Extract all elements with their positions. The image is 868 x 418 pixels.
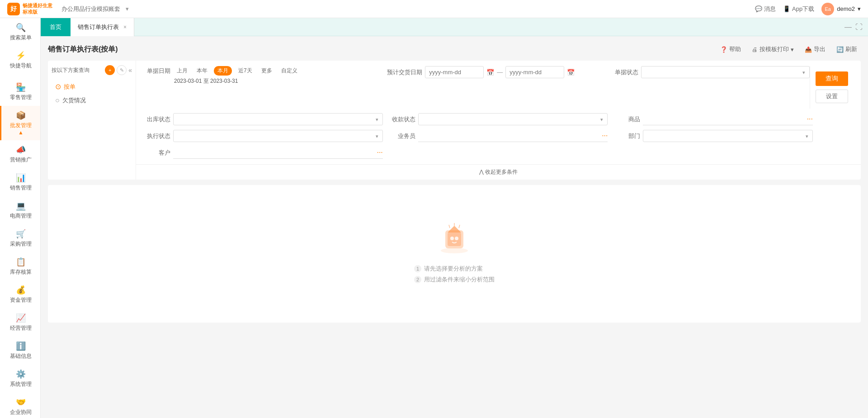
tab-close-icon[interactable]: × [123,24,127,30]
delivery-status-select[interactable] [173,113,383,125]
sidebar-item-ecommerce[interactable]: 💻 电商管理 [0,196,40,224]
expected-date-start[interactable] [425,66,484,78]
tab-sales-order[interactable]: 销售订单执行表 × [71,18,134,36]
wholesale-arrow: ▲ [18,129,24,136]
date-btn-thisyear[interactable]: 本年 [194,66,210,76]
svg-line-7 [459,225,460,228]
product-dots-icon[interactable]: ··· [807,115,813,123]
expected-date-field: 预计交货日期 📅 — 📅 [382,66,605,78]
calendar-end-icon[interactable]: 📅 [567,69,575,76]
add-scheme-button[interactable]: + [105,65,115,75]
filter-wrap: 按以下方案查询 + ✎ « ⊙ 按单 ○ 欠货情况 [48,61,861,180]
department-select[interactable] [643,130,813,142]
delivery-status-select-wrap [173,113,383,125]
username-label: demo2 [837,5,855,12]
exec-status-select-wrap [173,130,383,142]
filter-row-2: 出库状态 收款状态 [143,113,854,125]
left-panel-icons: + ✎ « [105,65,132,75]
customer-dots-icon[interactable]: ··· [377,148,382,157]
tip-num-1: 1 [414,265,421,272]
filter-main: 单据日期 上月 本年 本月 近7天 更多 自定义 2023-03-01 至 20 [136,61,861,162]
product-input-wrap: ··· [643,113,813,125]
sidebar-item-marketing[interactable]: 📣 营销推广 [0,140,40,168]
print-button[interactable]: 🖨 按模板打印 ▾ [748,43,797,55]
tab-minimize-icon[interactable]: — [844,23,852,31]
department-field: 部门 [608,130,813,142]
scheme-item-order[interactable]: ⊙ 按单 [52,80,132,94]
finance-icon: 💰 [16,285,26,295]
doc-status-select[interactable] [641,66,810,78]
settings-button[interactable]: 设置 [816,90,848,103]
tab-expand-icon[interactable]: ⛶ [855,23,863,31]
sales-icon: 📊 [16,173,26,183]
date-range-text: 2023-03-01 至 2023-03-31 [174,77,238,85]
sidebar: 🔍 搜索菜单 ⚡ 快捷导航 🏪 零售管理 📦 批发管理 ▲ 📣 营销推广 📊 销… [0,18,41,418]
marketing-icon: 📣 [16,145,26,155]
date-quick-row: 单据日期 上月 本年 本月 近7天 更多 自定义 [143,66,382,76]
sidebar-item-system[interactable]: ⚙️ 系统管理 [0,365,40,393]
msg-button[interactable]: 💬 消息 [755,5,776,13]
collapse-conditions-btn[interactable]: ⋀ 收起更多条件 [136,164,861,180]
exec-status-field: 执行状态 [143,130,383,142]
collapse-panel-icon[interactable]: « [128,66,132,74]
receipt-status-select[interactable] [418,113,608,125]
empty-tip-1: 1 请先选择要分析的方案 [414,265,495,273]
print-icon: 🖨 [752,46,758,53]
tab-bar: 首页 销售订单执行表 × — ⛶ [41,18,868,36]
sidebar-item-sales[interactable]: 📊 销售管理 [0,168,40,196]
wholesale-icon: 📦 [16,110,26,120]
sidebar-item-quicknav[interactable]: ⚡ 快捷导航 [0,46,40,74]
department-select-wrap [643,130,813,142]
sidebar-item-basic-info[interactable]: ℹ️ 基础信息 [0,337,40,365]
sidebar-item-wholesale[interactable]: 📦 批发管理 ▲ [0,106,40,140]
sidebar-item-purchase[interactable]: 🛒 采购管理 [0,224,40,252]
tab-home[interactable]: 首页 [41,18,71,36]
sidebar-item-retail[interactable]: 🏪 零售管理 [0,78,40,106]
refresh-button[interactable]: 🔄 刷新 [833,43,861,55]
date-btn-lastmonth[interactable]: 上月 [174,66,190,76]
page-actions: ❓ 帮助 🖨 按模板打印 ▾ 📤 导出 🔄 刷新 [717,43,861,55]
search-button[interactable]: 查询 [816,71,848,86]
search-action-col: 查询 设置 [810,66,854,109]
empty-tips: 1 请先选择要分析的方案 2 用过滤条件来缩小分析范围 [414,265,495,286]
export-button[interactable]: 📤 导出 [801,43,829,55]
avatar: Ea [821,3,834,15]
receipt-status-select-wrap [418,113,608,125]
user-menu[interactable]: Ea demo2 ▾ [821,3,861,15]
page-title-bar: 销售订单执行表(按单) ❓ 帮助 🖨 按模板打印 ▾ 📤 导出 [48,43,861,55]
help-button[interactable]: ❓ 帮助 [717,43,745,55]
app-download-button[interactable]: 📱 App下载 [783,5,814,13]
top-bar-right: 💬 消息 📱 App下载 Ea demo2 ▾ [755,3,861,15]
scheme-item-backorder[interactable]: ○ 欠货情况 [52,94,132,107]
sidebar-item-operations[interactable]: 📈 经营管理 [0,309,40,337]
sidebar-item-inventory[interactable]: 📋 库存核算 [0,252,40,280]
sidebar-item-finance[interactable]: 💰 资金管理 [0,280,40,309]
svg-point-4 [450,237,454,240]
date-btn-more[interactable]: 更多 [259,66,275,76]
customer-field: 客户 ··· [143,147,383,159]
exec-status-select[interactable] [173,130,383,142]
page-content: 销售订单执行表(按单) ❓ 帮助 🖨 按模板打印 ▾ 📤 导出 [41,36,868,418]
expected-date-end[interactable] [505,66,564,78]
left-panel: 按以下方案查询 + ✎ « ⊙ 按单 ○ 欠货情况 [48,61,136,180]
date-btn-thismonth[interactable]: 本月 [214,66,232,76]
product-label: 商品 [613,115,640,124]
filter-row-4: 客户 ··· [143,147,854,159]
sidebar-item-enterprise[interactable]: 🤝 企业协同 [0,393,40,418]
enterprise-icon: 🤝 [16,397,26,407]
edit-scheme-button[interactable]: ✎ [117,65,127,75]
retail-icon: 🏪 [16,82,26,92]
system-title: 办公用品行业模拟账套 [61,5,120,13]
calendar-start-icon[interactable]: 📅 [486,69,494,76]
scheme-order-icon: ⊙ [55,82,61,91]
date-btn-custom[interactable]: 自定义 [278,66,300,76]
filter-row-3: 执行状态 业务员 ··· [143,130,854,142]
tab-bar-actions: — ⛶ [844,23,868,31]
salesperson-label: 业务员 [388,132,415,140]
date-btn-7days[interactable]: 近7天 [236,66,255,76]
tip-num-2: 2 [414,276,421,283]
salesperson-dots-icon[interactable]: ··· [602,132,608,140]
sidebar-item-search[interactable]: 🔍 搜索菜单 [0,18,40,46]
customer-input-wrap: ··· [173,147,383,159]
top-bar-left: 好 畅捷通好生意 标准版 办公用品行业模拟账套 ▾ [7,3,129,15]
